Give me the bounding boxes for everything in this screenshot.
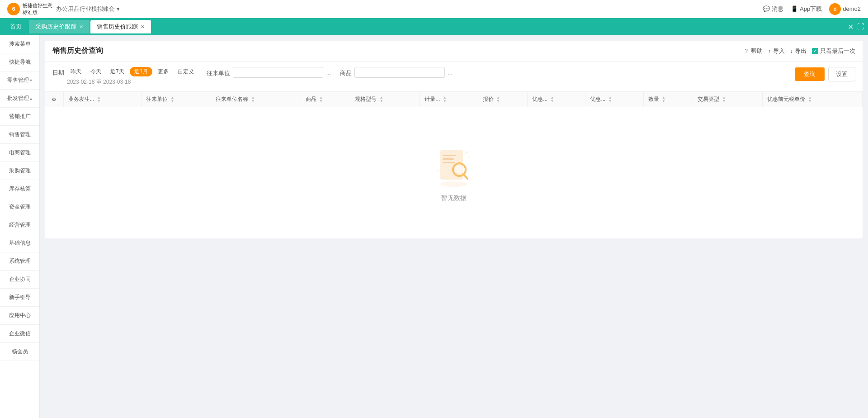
sidebar-item-wholesale-mgmt[interactable]: 批发管理 ▴ [0, 90, 39, 108]
th-biz-date[interactable]: 业务发生... ▲▼ [63, 92, 142, 107]
sidebar-item-quick-nav[interactable]: 快捷导航 [0, 53, 39, 71]
th-spec[interactable]: 规格型号 ▲▼ [350, 92, 420, 107]
page-actions: ？ 帮助 ↑ 导入 ↓ 导出 ✓ 只看最后一次 [743, 47, 855, 55]
logo-icon: 6 [7, 3, 20, 15]
sidebar-item-ecommerce-mgmt[interactable]: 电商管理 [0, 144, 39, 162]
sidebar-item-enterprise-collab[interactable]: 企业协同 [0, 271, 39, 289]
th-quantity[interactable]: 数量 ▲▼ [643, 92, 693, 107]
empty-row: 暂无数据 [45, 107, 863, 239]
table-header-row: ⚙ 业务发生... ▲▼ 往来单位 ▲▼ [45, 92, 863, 107]
export-icon: ↓ [790, 48, 793, 54]
filter-bar: 日期 昨天 今天 近7天 近1月 更多 自定义 2023-02-18 至 202… [45, 62, 863, 92]
sidebar-item-app-center[interactable]: 应用中心 [0, 307, 39, 325]
customer-dots-btn[interactable]: ... [326, 69, 331, 76]
export-btn[interactable]: ↓ 导出 [790, 47, 807, 55]
date-btn-yesterday[interactable]: 昨天 [67, 67, 85, 76]
th-customer-code[interactable]: 往来单位 ▲▼ [142, 92, 211, 107]
th-gear[interactable]: ⚙ [45, 92, 63, 107]
app-download-btn[interactable]: 📱 App下载 [791, 5, 822, 13]
chevron-up-icon: ▴ [30, 96, 32, 101]
th-quoted-price[interactable]: 报价 ▲▼ [478, 92, 528, 107]
content-area: 销售历史价查询 ？ 帮助 ↑ 导入 ↓ 导出 [40, 35, 868, 418]
sidebar-item-retail-mgmt[interactable]: 零售管理 ▾ [0, 71, 39, 90]
top-bar-left: 6 畅捷信好生意 标准版 办公用品行业模拟账套 ▾ [7, 2, 120, 15]
sidebar-item-enterprise-wechat[interactable]: 企业微信 [0, 325, 39, 343]
sidebar-item-inventory[interactable]: 库存核算 [0, 180, 39, 198]
product-input[interactable] [354, 67, 445, 78]
page-title: 销售历史价查询 [52, 46, 103, 56]
empty-state: 暂无数据 [45, 107, 863, 238]
sort-arrows: ▲▼ [170, 96, 174, 103]
svg-line-7 [463, 174, 467, 179]
settings-button[interactable]: 设置 [828, 67, 855, 81]
tab-sales-history[interactable]: 销售历史价跟踪 ✕ [90, 20, 151, 33]
th-product[interactable]: 商品 ▲▼ [301, 92, 350, 107]
help-btn[interactable]: ？ 帮助 [743, 47, 763, 55]
date-btn-7days[interactable]: 近7天 [107, 67, 128, 76]
avatar: d [829, 3, 841, 15]
sidebar-item-sales-mgmt[interactable]: 销售管理 [0, 126, 39, 144]
tab-home[interactable]: 首页 [4, 20, 28, 33]
sidebar-item-operation-mgmt[interactable]: 经营管理 [0, 216, 39, 234]
svg-point-10 [437, 170, 439, 172]
import-icon: ↑ [768, 48, 771, 54]
filter-dates: 昨天 今天 近7天 近1月 更多 自定义 2023-02-18 至 2023-0… [67, 67, 198, 86]
svg-rect-2 [443, 155, 456, 156]
sidebar-item-new-guide[interactable]: 新手引导 [0, 289, 39, 307]
table-wrapper: ⚙ 业务发生... ▲▼ 往来单位 ▲▼ [45, 92, 863, 238]
th-discount2[interactable]: 优惠... ▲▼ [585, 92, 643, 107]
chevron-down-icon: ▾ [117, 5, 120, 12]
tab-bar: 首页 采购历史价跟踪 ✕ 销售历史价跟踪 ✕ ✕ ⛶ [0, 18, 868, 35]
date-btn-1month[interactable]: 近1月 [130, 67, 153, 76]
user-profile[interactable]: d demo2 [829, 3, 861, 15]
checkbox-icon: ✓ [812, 48, 818, 54]
only-last-checkbox[interactable]: ✓ 只看最后一次 [812, 47, 855, 55]
sort-arrows: ▲▼ [251, 96, 255, 103]
sidebar-item-purchase-mgmt[interactable]: 采购管理 [0, 162, 39, 180]
date-range-text: 2023-02-18 至 2023-03-18 [67, 78, 198, 86]
customer-label: 往来单位 [207, 67, 230, 77]
sidebar-item-finance-mgmt[interactable]: 资金管理 [0, 198, 39, 216]
date-btn-today[interactable]: 今天 [87, 67, 105, 76]
download-icon: 📱 [791, 5, 798, 12]
tab-purchase-history-close[interactable]: ✕ [79, 24, 83, 30]
page-content: 销售历史价查询 ？ 帮助 ↑ 导入 ↓ 导出 [40, 35, 868, 418]
date-btn-custom[interactable]: 自定义 [174, 67, 198, 76]
th-customer-name[interactable]: 往来单位名称 ▲▼ [211, 92, 301, 107]
message-btn[interactable]: 💬 消息 [763, 5, 783, 13]
sort-arrows: ▲▼ [551, 96, 554, 103]
message-icon: 💬 [763, 5, 770, 12]
empty-text: 暂无数据 [441, 194, 467, 202]
help-icon: ？ [743, 47, 749, 55]
sidebar-item-system-mgmt[interactable]: 系统管理 [0, 252, 39, 271]
app-selector[interactable]: 办公用品行业模拟账套 ▾ [56, 5, 120, 13]
th-discount1[interactable]: 优惠... ▲▼ [528, 92, 585, 107]
tab-close-all-btn[interactable]: ✕ [848, 23, 854, 31]
product-label: 商品 [340, 67, 352, 77]
sidebar-item-search-menu[interactable]: 搜索菜单 [0, 35, 39, 53]
tab-sales-history-close[interactable]: ✕ [141, 24, 145, 30]
sort-arrows: ▲▼ [443, 96, 447, 103]
tab-fullscreen-btn[interactable]: ⛶ [857, 23, 864, 31]
th-trade-type[interactable]: 交易类型 ▲▼ [693, 92, 763, 107]
customer-input[interactable] [233, 67, 323, 78]
sort-arrows: ▲▼ [808, 96, 812, 103]
page-title-bar: 销售历史价查询 ？ 帮助 ↑ 导入 ↓ 导出 [45, 41, 863, 62]
tab-purchase-history[interactable]: 采购历史价跟踪 ✕ [29, 20, 90, 33]
top-bar-right: 💬 消息 📱 App下载 d demo2 [763, 3, 861, 15]
data-table: ⚙ 业务发生... ▲▼ 往来单位 ▲▼ [45, 92, 863, 238]
import-btn[interactable]: ↑ 导入 [768, 47, 785, 55]
page-card: 销售历史价查询 ？ 帮助 ↑ 导入 ↓ 导出 [45, 41, 863, 238]
sidebar-item-marketing[interactable]: 营销推广 [0, 108, 39, 126]
logo-text: 畅捷信好生意 标准版 [23, 2, 52, 15]
query-button[interactable]: 查询 [795, 67, 825, 81]
sidebar-item-basic-info[interactable]: 基础信息 [0, 234, 39, 252]
th-pretax-price[interactable]: 优惠前无税单价 ▲▼ [763, 92, 863, 107]
sort-arrows: ▲▼ [662, 96, 665, 103]
date-btn-more[interactable]: 更多 [154, 67, 172, 76]
top-bar: 6 畅捷信好生意 标准版 办公用品行业模拟账套 ▾ 💬 消息 📱 App下载 d… [0, 0, 868, 18]
th-unit[interactable]: 计量... ▲▼ [420, 92, 478, 107]
sidebar-item-vip-member[interactable]: 畅会员 [0, 343, 39, 361]
chevron-down-icon: ▾ [30, 78, 32, 83]
product-dots-btn[interactable]: ... [448, 69, 453, 76]
